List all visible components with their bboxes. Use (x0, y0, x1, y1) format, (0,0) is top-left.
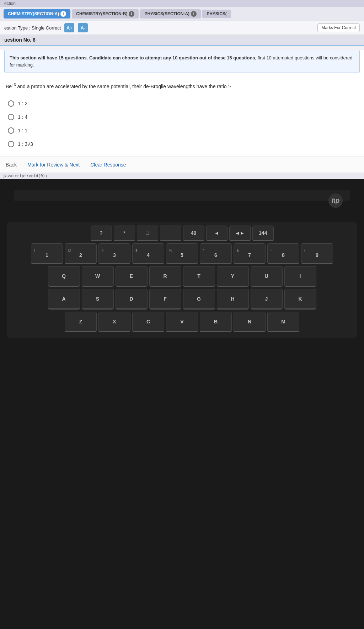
action-bar: Back Mark for Review & Next Clear Respon… (0, 157, 364, 173)
fn-key-row: ? * □ 40 ◄ ◄► 144 (10, 226, 354, 241)
font-decrease-button[interactable]: A- (78, 23, 88, 32)
tab-chemistry-b[interactable]: CHEMISTRY(SECTION-B) i (72, 9, 139, 18)
key-w[interactable]: W (82, 266, 114, 287)
key-back[interactable]: ◄ (206, 226, 228, 241)
key-square[interactable]: □ (137, 226, 158, 241)
nav-tabs-bar: CHEMISTRY(SECTION-A) i CHEMISTRY(SECTION… (0, 7, 364, 21)
qwerty-key-row: Q W E R T Y U I (10, 266, 354, 287)
info-icon-chemistry-b[interactable]: i (129, 11, 134, 17)
key-g[interactable]: G (183, 289, 215, 310)
key-4[interactable]: $ 4 (132, 243, 164, 264)
key-c[interactable]: C (132, 312, 164, 332)
key-2[interactable]: @ 2 (65, 243, 97, 264)
key-t[interactable]: T (183, 266, 215, 287)
option-d-radio[interactable] (8, 141, 14, 147)
key-fn[interactable]: ? (91, 226, 112, 241)
clear-response-button[interactable]: Clear Response (90, 162, 126, 168)
info-icon-physics-a[interactable]: i (191, 11, 197, 17)
hp-logo: hp (328, 194, 343, 208)
key-empty1[interactable] (160, 226, 181, 241)
option-c-text: 1 : 1 (18, 128, 27, 133)
key-skip[interactable]: 144 (252, 226, 274, 241)
number-key-row: ! 1 @ 2 # 3 $ 4 % 5 ^ 6 (10, 243, 354, 264)
marks-correct-button[interactable]: Marks For Correct (317, 23, 360, 32)
key-m[interactable]: M (267, 312, 299, 332)
option-b-text: 1 : 4 (18, 114, 27, 120)
key-e[interactable]: E (116, 266, 148, 287)
trackpad-top (14, 190, 350, 201)
key-u[interactable]: U (251, 266, 283, 287)
key-asterisk[interactable]: * (114, 226, 135, 241)
mark-review-button[interactable]: Mark for Review & Next (27, 162, 80, 168)
option-a[interactable]: 1 : 2 (6, 97, 358, 110)
key-7[interactable]: & 7 (234, 243, 266, 264)
options-container: 1 : 2 1 : 4 1 : 1 1 : 3√3 (0, 94, 364, 157)
key-k[interactable]: K (284, 289, 316, 310)
key-z[interactable]: Z (65, 312, 97, 332)
option-a-text: 1 : 2 (18, 101, 27, 106)
key-forward[interactable]: ◄► (229, 226, 251, 241)
key-s[interactable]: S (82, 289, 114, 310)
question-type-bar: estion Type : Single Correct A+ A- Marks… (0, 21, 364, 35)
back-button[interactable]: Back (6, 162, 17, 168)
option-b[interactable]: 1 : 4 (6, 110, 358, 124)
key-8[interactable]: * 8 (267, 243, 299, 264)
url-bar: javascript:void(0); (0, 173, 364, 179)
key-i[interactable]: I (284, 266, 316, 287)
key-h[interactable]: H (217, 289, 249, 310)
option-c[interactable]: 1 : 1 (6, 124, 358, 137)
option-c-radio[interactable] (8, 127, 14, 134)
key-r[interactable]: R (149, 266, 181, 287)
keyboard-area: hp ? * □ 40 ◄ ◄► (0, 179, 364, 345)
laptop-screen: ection CHEMISTRY(SECTION-A) i CHEMISTRY(… (0, 0, 364, 179)
key-9[interactable]: ( 9 (301, 243, 333, 264)
key-1[interactable]: ! 1 (31, 243, 63, 264)
tab-chemistry-a[interactable]: CHEMISTRY(SECTION-A) i (4, 9, 70, 18)
key-y[interactable]: Y (217, 266, 249, 287)
keyboard: ? * □ 40 ◄ ◄► 144 (7, 222, 357, 338)
key-3[interactable]: # 3 (98, 243, 130, 264)
option-d-text: 1 : 3√3 (18, 141, 33, 147)
key-6[interactable]: ^ 6 (200, 243, 232, 264)
key-j[interactable]: J (251, 289, 283, 310)
key-x[interactable]: X (98, 312, 130, 332)
key-n[interactable]: N (234, 312, 266, 332)
font-increase-button[interactable]: A+ (64, 23, 74, 32)
option-a-radio[interactable] (8, 100, 14, 107)
question-text: Be+3 and a proton are accelerated by the… (0, 77, 364, 94)
question-number-bar: uestion No. 6 (0, 35, 364, 46)
main-content: This section will have 15 questions. Can… (0, 50, 364, 173)
key-v[interactable]: V (166, 312, 198, 332)
question-type-label: estion Type : Single Correct (4, 25, 61, 31)
option-d[interactable]: 1 : 3√3 (6, 137, 358, 151)
key-q[interactable]: Q (48, 266, 80, 287)
key-b[interactable]: B (200, 312, 232, 332)
tab-physics-a[interactable]: PHYSICS(SECTION-A) i (140, 9, 201, 18)
section-info-box: This section will have 15 questions. Can… (4, 50, 360, 73)
key-volume[interactable]: 40 (183, 226, 204, 241)
option-b-radio[interactable] (8, 114, 14, 120)
info-icon-chemistry-a[interactable]: i (60, 11, 66, 17)
key-d[interactable]: D (116, 289, 148, 310)
key-a[interactable]: A (48, 289, 80, 310)
zxcv-key-row: Z X C V B N M (10, 312, 354, 332)
tab-physics[interactable]: PHYSICS( (202, 10, 231, 18)
asdf-key-row: A S D F G H J K (10, 289, 354, 310)
section-label: ection (0, 0, 364, 7)
key-f[interactable]: F (149, 289, 181, 310)
key-5[interactable]: % 5 (166, 243, 198, 264)
